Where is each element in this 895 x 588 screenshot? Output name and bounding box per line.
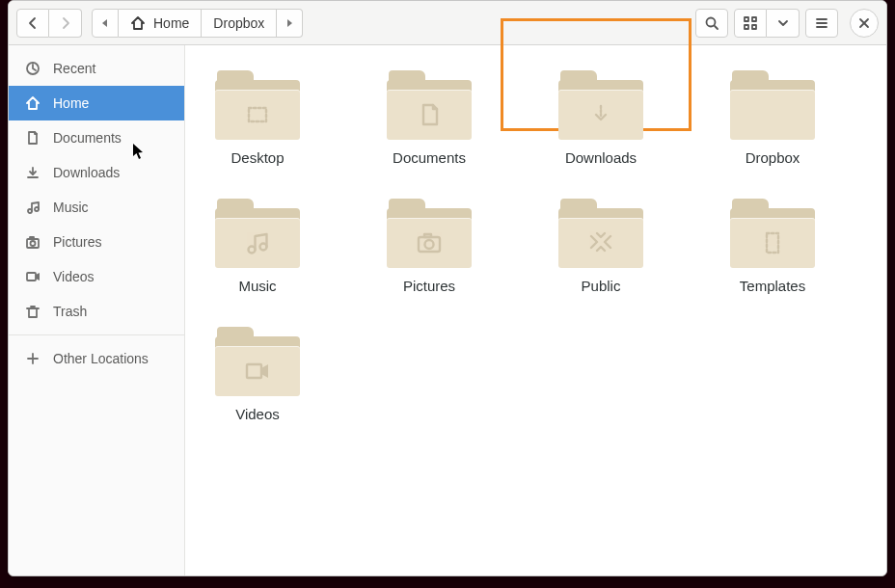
folder-icon [730, 199, 815, 268]
close-icon [856, 15, 872, 31]
sidebar-item-label: Videos [53, 269, 95, 284]
svg-line-3 [715, 26, 718, 29]
forward-button[interactable] [49, 9, 82, 38]
sidebar-item-label: Other Locations [53, 351, 149, 366]
svg-rect-34 [767, 233, 778, 253]
search-button[interactable] [695, 9, 728, 38]
folder-label: Videos [235, 406, 280, 422]
sidebar-item-label: Recent [53, 61, 95, 76]
clock-icon [25, 61, 41, 76]
icon-view[interactable]: Desktop Documents Downloads Dropbox Musi… [185, 45, 886, 575]
folder-desktop[interactable]: Desktop [195, 67, 320, 166]
chevron-down-icon [775, 15, 791, 31]
chevron-left-icon [25, 15, 41, 31]
path-segment-dropbox[interactable]: Dropbox [202, 9, 277, 38]
view-options-button[interactable] [767, 9, 800, 38]
svg-rect-27 [249, 108, 266, 121]
folder-documents[interactable]: Documents [366, 67, 492, 166]
sidebar-separator [9, 334, 184, 335]
folder-label: Public [582, 278, 621, 294]
sidebar-item-label: Documents [53, 130, 122, 146]
path-overflow-right-button[interactable] [277, 9, 303, 38]
folder-music[interactable]: Music [195, 195, 320, 294]
sidebar-item-pictures[interactable]: Pictures [9, 225, 184, 259]
svg-point-18 [31, 241, 36, 246]
download-icon [25, 165, 41, 180]
svg-rect-7 [752, 25, 756, 29]
hamburger-menu-button[interactable] [805, 9, 838, 38]
sidebar-item-documents[interactable]: Documents [9, 120, 184, 155]
nav-group [16, 9, 82, 38]
svg-marker-0 [102, 19, 107, 27]
document-icon [25, 130, 41, 146]
folder-templates[interactable]: Templates [710, 195, 835, 294]
folder-downloads[interactable]: Downloads [538, 67, 664, 166]
search-icon [704, 15, 719, 31]
folder-icon [558, 199, 643, 268]
triangle-right-icon [285, 18, 294, 28]
folder-label: Desktop [231, 149, 284, 166]
path-bar: Home Dropbox [92, 9, 303, 38]
grid-icon [743, 15, 758, 31]
svg-rect-5 [752, 17, 756, 21]
file-manager-window: Home Dropbox [8, 0, 887, 576]
sidebar-item-music[interactable]: Music [9, 190, 184, 225]
folder-dropbox[interactable]: Dropbox [710, 67, 835, 166]
folder-label: Music [238, 278, 276, 294]
icon-view-button[interactable] [734, 9, 767, 38]
folder-label: Pictures [403, 278, 455, 294]
sidebar-item-trash[interactable]: Trash [9, 294, 184, 329]
folder-icon [387, 70, 472, 140]
close-window-button[interactable] [850, 9, 879, 38]
hamburger-icon [814, 15, 829, 31]
folder-videos[interactable]: Videos [195, 323, 320, 422]
music-icon [25, 200, 41, 215]
folder-icon [215, 199, 300, 268]
back-button[interactable] [16, 9, 49, 38]
sidebar-item-label: Trash [53, 304, 87, 319]
svg-rect-35 [247, 364, 261, 378]
sidebar-item-label: Downloads [53, 165, 120, 180]
view-group [734, 9, 800, 38]
triangle-left-icon [100, 18, 110, 28]
sidebar-item-label: Pictures [53, 234, 102, 250]
chevron-right-icon [58, 15, 73, 31]
headerbar: Home Dropbox [9, 1, 886, 45]
camera-icon [25, 234, 41, 250]
video-icon [25, 269, 41, 284]
home-icon [130, 15, 146, 31]
folder-public[interactable]: Public [538, 195, 664, 294]
home-icon [25, 95, 41, 111]
plus-icon [25, 351, 41, 366]
sidebar-item-label: Music [53, 200, 89, 215]
trash-icon [25, 304, 41, 319]
sidebar-item-recent[interactable]: Recent [9, 51, 184, 86]
svg-rect-22 [29, 308, 37, 317]
sidebar-item-label: Home [53, 95, 89, 111]
path-segment-home[interactable]: Home [119, 9, 202, 38]
svg-rect-4 [745, 17, 748, 21]
folder-label: Templates [740, 278, 805, 294]
sidebar-item-downloads[interactable]: Downloads [9, 155, 184, 190]
sidebar-item-videos[interactable]: Videos [9, 259, 184, 294]
folder-icon [387, 199, 472, 268]
svg-point-2 [707, 17, 716, 26]
svg-point-32 [425, 240, 434, 249]
path-overflow-left-button[interactable] [92, 9, 119, 38]
folder-icon [730, 70, 815, 140]
sidebar-item-other-locations[interactable]: Other Locations [9, 341, 184, 376]
svg-rect-20 [27, 273, 36, 281]
folder-label: Documents [393, 149, 466, 166]
content-area: RecentHomeDocumentsDownloadsMusicPicture… [9, 45, 886, 575]
svg-rect-6 [745, 25, 748, 29]
folder-icon [558, 70, 643, 140]
folder-label: Downloads [565, 149, 637, 166]
path-segment-label: Home [153, 15, 189, 31]
sidebar: RecentHomeDocumentsDownloadsMusicPicture… [9, 45, 185, 575]
folder-label: Dropbox [746, 149, 800, 166]
sidebar-item-home[interactable]: Home [9, 86, 184, 120]
svg-rect-19 [30, 237, 34, 239]
folder-pictures[interactable]: Pictures [366, 195, 492, 294]
path-segment-label: Dropbox [213, 15, 264, 31]
svg-rect-33 [424, 234, 431, 237]
